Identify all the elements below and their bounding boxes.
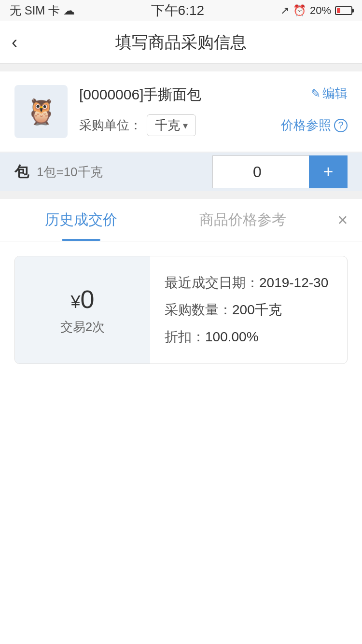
product-header-row: [0000006]手撕面包 ✎ 编辑 — [79, 85, 348, 105]
status-bar: 无 SIM 卡 ☁ 下午6:12 ↗ ⏰ 20% — [0, 0, 362, 21]
tab-underline — [62, 239, 100, 241]
recent-date-row: 最近成交日期：2019-12-30 — [165, 274, 333, 292]
unit-value: 千克 — [155, 117, 180, 134]
purchase-qty-value: 200千克 — [232, 302, 282, 317]
price-number: 0 — [81, 285, 95, 313]
price-card-container: ¥0 交易2次 最近成交日期：2019-12-30 采购数量：200千克 折扣：… — [0, 241, 362, 378]
tab-product-label: 商品价格参考 — [199, 210, 286, 230]
discount-row: 折扣：100.00% — [165, 328, 333, 346]
tab-history-label: 历史成交价 — [45, 210, 117, 230]
price-ref-info-icon: ? — [334, 119, 348, 132]
signal-text: 无 SIM 卡 ☁ — [10, 3, 75, 18]
price-right: 最近成交日期：2019-12-30 采购数量：200千克 折扣：100.00% — [150, 256, 347, 364]
price-left: ¥0 交易2次 — [15, 256, 150, 364]
quantity-input[interactable] — [212, 155, 309, 188]
product-detail: [0000006]手撕面包 ✎ 编辑 采购单位： 千克 ▾ 价格参照 ? — [79, 85, 348, 136]
tabs-header: 历史成交价 商品价格参考 × — [0, 199, 362, 241]
status-left: 无 SIM 卡 ☁ — [10, 3, 75, 18]
bag-unit-info: 1包=10千克 — [37, 164, 103, 181]
status-right: ↗ ⏰ 20% — [280, 4, 352, 17]
yen-symbol: ¥ — [71, 292, 81, 312]
plus-button[interactable]: + — [309, 155, 348, 188]
product-image: 🦉 — [14, 85, 68, 138]
status-time: 下午6:12 — [151, 1, 205, 20]
unit-label: 采购单位： — [79, 117, 142, 134]
back-button[interactable]: ‹ — [12, 32, 17, 53]
price-ref-label: 价格参照 — [281, 117, 331, 134]
purchase-qty-row: 采购数量：200千克 — [165, 301, 333, 319]
discount-value: 100.00% — [205, 329, 259, 344]
product-logo-icon: 🦉 — [26, 97, 57, 126]
tab-product-price[interactable]: 商品价格参考 — [162, 199, 323, 241]
battery-percent: 20% — [310, 4, 331, 17]
back-icon: ‹ — [12, 32, 17, 52]
location-icon: ↗ — [280, 4, 289, 17]
price-display: ¥0 — [71, 285, 95, 314]
price-ref-button[interactable]: 价格参照 ? — [281, 117, 348, 134]
quantity-bar: 包 1包=10千克 + — [0, 153, 362, 191]
trade-count: 交易2次 — [60, 319, 105, 336]
unit-selector[interactable]: 千克 ▾ — [147, 114, 196, 136]
bottom-area — [0, 378, 362, 644]
header: ‹ 填写商品采购信息 — [0, 21, 362, 64]
recent-date-label: 最近成交日期： — [165, 275, 259, 290]
quantity-input-group: + — [212, 155, 348, 188]
page-title: 填写商品采购信息 — [115, 31, 247, 54]
tab-close-button[interactable]: × — [323, 210, 362, 230]
purchase-qty-label: 采购数量： — [165, 302, 232, 317]
product-name: [0000006]手撕面包 — [79, 85, 201, 105]
tab-history-price[interactable]: 历史成交价 — [0, 199, 162, 241]
alarm-icon: ⏰ — [293, 4, 306, 17]
dropdown-arrow-icon: ▾ — [183, 120, 188, 131]
tabs-section: 历史成交价 商品价格参考 × ¥0 交易2次 最近成交日期：2019-12-30… — [0, 199, 362, 378]
discount-label: 折扣： — [165, 329, 205, 344]
edit-button[interactable]: ✎ 编辑 — [311, 85, 348, 102]
battery-icon — [335, 6, 352, 15]
edit-icon: ✎ — [311, 87, 320, 100]
bag-label: 包 — [14, 162, 29, 182]
unit-row: 采购单位： 千克 ▾ 价格参照 ? — [79, 114, 348, 136]
battery-fill — [337, 8, 340, 13]
recent-date-value: 2019-12-30 — [259, 275, 328, 290]
edit-label: 编辑 — [322, 85, 348, 102]
product-section: 🦉 [0000006]手撕面包 ✎ 编辑 采购单位： 千克 ▾ 价格参照 ? — [0, 71, 362, 152]
unit-left: 采购单位： 千克 ▾ — [79, 114, 196, 136]
price-card: ¥0 交易2次 最近成交日期：2019-12-30 采购数量：200千克 折扣：… — [14, 256, 348, 364]
